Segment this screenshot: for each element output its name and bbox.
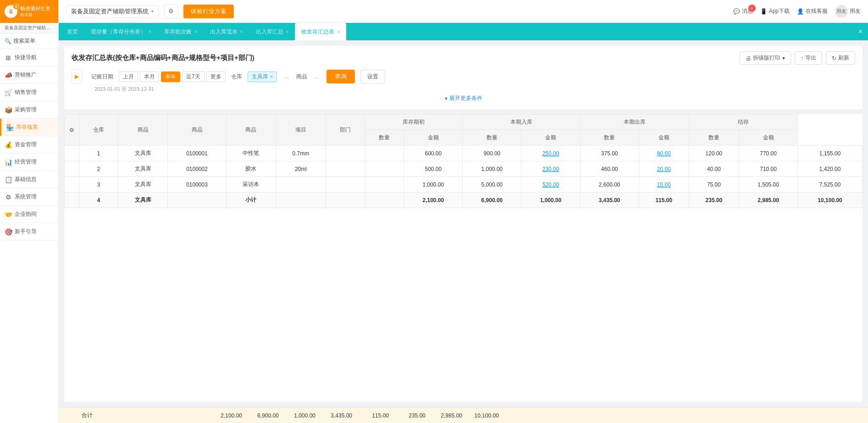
- finance-icon: 💰: [5, 141, 12, 148]
- sidebar-item-inventory[interactable]: 🏪 库存核算: [0, 119, 58, 136]
- tab-close-icon[interactable]: ×: [240, 29, 243, 34]
- th-goods-code: 商品: [118, 115, 168, 146]
- date-btn-7days[interactable]: 近7天: [182, 71, 205, 82]
- row-no: 1: [79, 146, 118, 161]
- refresh-label: 刷新: [838, 54, 849, 62]
- system-selector-text: 装备及固定资产辅助管理系统: [71, 7, 149, 16]
- top-header: 装备及固定资产辅助管理系统 ▾ ⚙ 体验行业方案 💬 消息 6 📱 App下载 …: [59, 0, 868, 23]
- customer-service-label: 在线客服: [806, 7, 828, 15]
- table-settings-button[interactable]: 设置: [360, 70, 385, 84]
- row-no: 2: [79, 161, 118, 177]
- sidebar-item-label: 快捷导航: [15, 54, 37, 61]
- refresh-icon: ↻: [832, 55, 836, 61]
- tab-close-icon[interactable]: ×: [149, 29, 151, 34]
- system-selector[interactable]: 装备及固定资产辅助管理系统 ▾: [66, 5, 159, 18]
- search-menu-item[interactable]: 🔍 搜索菜单: [0, 33, 58, 49]
- query-button[interactable]: 查询: [326, 70, 355, 83]
- tab-receive-send[interactable]: 收发存汇总表 ×: [295, 23, 346, 40]
- quick-nav-icon: ⊞: [5, 54, 12, 61]
- app-download-label: App下载: [769, 7, 790, 15]
- warehouse-label: 仓库: [231, 73, 242, 81]
- tab-inventory-dist-label: 现存量（库存分布表）: [91, 28, 146, 36]
- row-opening-amt: 900.00: [463, 146, 521, 161]
- row-in-qty: 1,000.00: [521, 192, 580, 208]
- export-button[interactable]: ↑ 导出: [795, 51, 822, 65]
- sidebar: 6 6 畅捷通好生意 标准版 装备及固定资产辅助管理系统 🔍 搜索菜单 ⊞ 快捷…: [0, 0, 59, 423]
- notification-icon: 💬: [733, 8, 740, 15]
- sidebar-item-marketing[interactable]: 📣 营销推广: [0, 66, 58, 84]
- sidebar-item-base[interactable]: 📋 基础信息: [0, 171, 58, 188]
- customer-service-item[interactable]: 👤 在线客服: [797, 7, 828, 15]
- sidebar-system-name: 装备及固定资产辅助管理系统: [0, 23, 58, 33]
- tab-inout-flow[interactable]: 出入库流水 ×: [204, 23, 249, 40]
- table-row: 1文具库0100001中性笔0.7mm600.00900.00250.00375…: [65, 146, 862, 161]
- app-download-item[interactable]: 📱 App下载: [760, 7, 790, 15]
- user-item[interactable]: 用友 用友: [835, 5, 861, 18]
- user-label: 用友: [850, 7, 861, 15]
- date-btn-last-month[interactable]: 上月: [119, 71, 138, 82]
- warehouse-tag-remove[interactable]: ×: [270, 74, 273, 79]
- date-btn-this-year[interactable]: 本年: [161, 71, 180, 82]
- operation-icon: 📊: [5, 159, 12, 166]
- inventory-icon: 🏪: [6, 124, 13, 131]
- gear-button[interactable]: ⚙: [164, 5, 178, 18]
- sidebar-item-guide[interactable]: 🎯 新手引导: [0, 223, 58, 241]
- notification-item[interactable]: 💬 消息 6: [733, 7, 753, 15]
- warehouse-tag: 文具库 ×: [248, 71, 277, 82]
- row-out-qty[interactable]: 15.00: [639, 177, 689, 192]
- footer-out-amt: 235.00: [393, 412, 430, 419]
- sidebar-item-system[interactable]: ⚙ 系统管理: [0, 188, 58, 206]
- row-project: [326, 192, 365, 208]
- table-row: 4文具库小计2,100.006,900.001,000.003,435.0011…: [65, 192, 862, 208]
- tab-close-icon[interactable]: ×: [194, 29, 197, 34]
- row-project: [326, 161, 365, 177]
- tab-inventory-dist[interactable]: 现存量（库存分布表） ×: [84, 23, 158, 40]
- warehouse-more-button[interactable]: ...: [282, 72, 291, 81]
- print-button[interactable]: 🖨 拆镶版打印 ▾: [740, 51, 791, 65]
- collapse-arrow-button[interactable]: ▶: [72, 69, 82, 84]
- row-out-qty[interactable]: 80.00: [639, 146, 689, 161]
- row-dept: [365, 161, 404, 177]
- th-dept: 部门: [326, 115, 365, 146]
- customer-service-icon: 👤: [797, 8, 804, 15]
- th-warehouse: 仓库: [79, 115, 118, 146]
- row-out-qty[interactable]: 20.00: [639, 161, 689, 177]
- sidebar-item-label: 库存核算: [16, 123, 38, 131]
- logo-title: 畅捷通好生意: [20, 5, 50, 11]
- date-btn-this-month[interactable]: 本月: [140, 71, 159, 82]
- footer-values: 2,100.00 6,900.00 1,000.00 3,435.00 115.…: [210, 412, 503, 419]
- page-title: 收发存汇总表(按仓库+商品编码+商品+规格型号+项目+部门): [72, 54, 254, 62]
- row-closing-qty: 1,505.00: [739, 177, 798, 192]
- th-closing-amt: 金额: [739, 130, 798, 146]
- sidebar-item-quick-nav[interactable]: ⊞ 快捷导航: [0, 49, 58, 66]
- tab-batch[interactable]: 库存批次账 ×: [158, 23, 204, 40]
- row-in-qty[interactable]: 230.00: [521, 161, 580, 177]
- sidebar-item-corp[interactable]: 🤝 企业协同: [0, 206, 58, 223]
- row-in-qty[interactable]: 250.00: [521, 146, 580, 161]
- sidebar-item-purchase[interactable]: 📦 采购管理: [0, 101, 58, 119]
- row-warehouse: 文具库: [118, 146, 168, 161]
- print-icon: 🖨: [746, 55, 751, 61]
- tab-home[interactable]: 首页: [61, 23, 84, 40]
- tab-close-icon[interactable]: ×: [337, 29, 340, 34]
- date-btn-more[interactable]: 更多: [206, 71, 226, 82]
- tab-inout-summary[interactable]: 出入库汇总 ×: [249, 23, 295, 40]
- goods-more-button[interactable]: ...: [313, 72, 321, 81]
- row-name: 胶水: [227, 161, 276, 177]
- row-in-qty[interactable]: 520.00: [521, 177, 580, 192]
- close-all-tabs-button[interactable]: ×: [855, 27, 866, 36]
- trial-button[interactable]: 体验行业方案: [183, 5, 234, 18]
- sidebar-item-finance[interactable]: 💰 资金管理: [0, 136, 58, 154]
- sidebar-item-operation[interactable]: 📊 经营管理: [0, 154, 58, 171]
- expand-more-button[interactable]: ▾ 展开更多条件: [72, 93, 855, 104]
- row-no: 4: [79, 192, 118, 208]
- search-menu-label: 搜索菜单: [13, 37, 35, 45]
- th-out-qty: 数量: [580, 130, 639, 146]
- tab-close-icon[interactable]: ×: [286, 29, 289, 34]
- refresh-button[interactable]: ↻ 刷新: [826, 51, 855, 65]
- sidebar-item-sales[interactable]: 🛒 销售管理: [0, 84, 58, 101]
- row-settings-col: [65, 192, 79, 208]
- row-spec: [276, 177, 326, 192]
- tab-bar: 首页 现存量（库存分布表） × 库存批次账 × 出入库流水 × 出入库汇总 × …: [59, 23, 868, 40]
- th-settings: ⚙: [65, 115, 79, 146]
